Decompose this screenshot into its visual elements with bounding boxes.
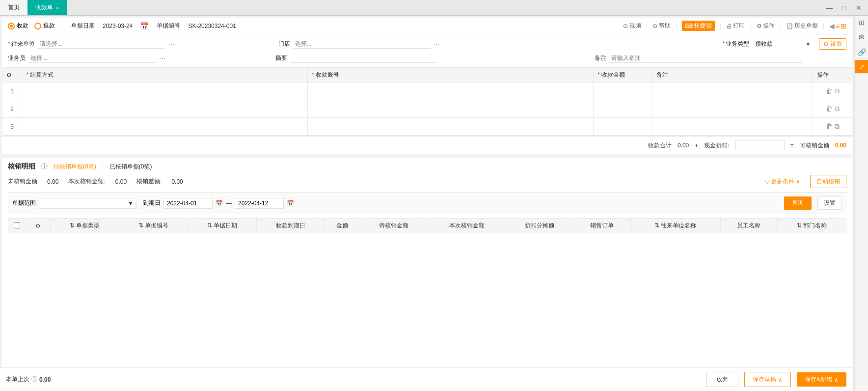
sidebar-table-icon[interactable]: ⊞ <box>855 16 868 29</box>
help-icon: ⊙ <box>652 23 657 29</box>
row-3-account[interactable] <box>308 118 594 136</box>
row-3-amount[interactable] <box>594 118 652 136</box>
summary-label: 摘要 <box>275 54 287 62</box>
th-counterpart-name: ⇅ 往来单位名称 <box>630 219 720 233</box>
shortcut-button[interactable]: ⌨ 快捷键 <box>682 21 715 31</box>
info-help-icon[interactable]: ⓘ <box>31 375 37 384</box>
save-new-dropdown-icon[interactable]: ∧ <box>834 376 839 383</box>
row-3-delete-icon[interactable]: 🗑 <box>826 122 833 131</box>
setting-button[interactable]: ⚙ 设置 <box>819 38 846 50</box>
end-date-input[interactable] <box>235 198 284 209</box>
row-3-copy-icon[interactable]: ⧉ <box>835 122 840 131</box>
row-3-num: 3 <box>2 118 22 136</box>
row-1-note[interactable] <box>652 83 813 100</box>
bottom-settings-button[interactable]: 设置 <box>817 196 842 210</box>
history-label: 历史单据 <box>794 22 818 30</box>
net-value: 0.00 <box>835 142 846 149</box>
tab-home[interactable]: 首页 <box>0 0 27 15</box>
th-checkbox[interactable] <box>8 219 26 233</box>
print-button[interactable]: 🖨 打印 <box>726 22 745 30</box>
tab-close-icon[interactable]: × <box>56 5 59 11</box>
carry-label: 本单上次 <box>6 375 29 384</box>
unverified-value: 0.00 <box>47 178 58 185</box>
row-1-delete-icon[interactable]: 🗑 <box>826 87 833 95</box>
salesman-input[interactable] <box>28 54 156 63</box>
row-2-settle[interactable] <box>22 100 308 118</box>
video-label: 视频 <box>629 22 641 30</box>
note-input[interactable] <box>609 54 802 63</box>
refund-radio[interactable]: 退款 <box>34 22 55 30</box>
range-select[interactable]: ▼ <box>39 198 137 209</box>
th-note: 备注 <box>652 68 813 83</box>
maximize-button[interactable]: □ <box>839 2 849 13</box>
row-1-account[interactable] <box>308 83 594 100</box>
collect-radio[interactable]: 收款 <box>8 22 28 30</box>
sidebar-link-icon[interactable]: 🔗 <box>855 45 868 59</box>
more-conditions-button[interactable]: ▽ 更多条件 ∧ <box>765 177 800 186</box>
layout-prev-icon[interactable]: ◀ <box>829 22 835 30</box>
th-gear[interactable]: ⚙ <box>26 219 51 233</box>
note-label: 备注 <box>595 54 606 62</box>
counterpart-field: 往来单位 ··· <box>8 39 271 49</box>
salesman-more-icon[interactable]: ··· <box>159 55 165 62</box>
end-date-icon[interactable]: 📅 <box>287 200 294 207</box>
start-date-input[interactable] <box>163 198 213 209</box>
row-2-copy-icon[interactable]: ⧉ <box>835 105 840 113</box>
row-1-copy-icon[interactable]: ⧉ <box>835 87 840 95</box>
history-button[interactable]: 📋 历史单据 <box>786 22 818 30</box>
summary-input[interactable] <box>290 54 437 63</box>
row-3-settle[interactable] <box>22 118 308 136</box>
save-new-button[interactable]: 保存&新增 ∧ <box>797 372 846 387</box>
row-2-delete-icon[interactable]: 🗑 <box>826 105 833 113</box>
auto-verify-button[interactable]: 自动核销 <box>810 175 846 188</box>
business-type-dropdown-icon[interactable]: ▼ <box>805 41 811 48</box>
save-draft-dropdown-icon[interactable]: ∧ <box>778 376 783 383</box>
save-draft-button[interactable]: 保存草稿 ∧ <box>744 372 791 387</box>
verified-tab-link[interactable]: 已核销单据(0笔) <box>109 163 152 171</box>
sort-icon-2: ⇅ <box>138 222 143 229</box>
discount-input[interactable] <box>735 140 785 150</box>
close-window-button[interactable]: ✕ <box>853 2 864 13</box>
operations-icon: ⚙ <box>757 23 762 29</box>
sidebar-expand-icon[interactable]: ⤢ <box>855 60 868 74</box>
row-1-amount[interactable] <box>594 83 652 100</box>
row-2-amount[interactable] <box>594 100 652 118</box>
row-3-note[interactable] <box>652 118 813 136</box>
abandon-button[interactable]: 放弃 <box>706 372 738 387</box>
th-settle-method: * 结算方式 <box>22 68 308 83</box>
table-row: 1 🗑 ⧉ <box>2 83 852 100</box>
print-icon: 🖨 <box>726 23 732 29</box>
date-picker-icon[interactable]: 📅 <box>140 22 149 30</box>
sort-icon-4: ⇅ <box>654 222 659 229</box>
select-all-checkbox[interactable] <box>14 222 20 228</box>
operations-button[interactable]: ⚙ 操作 <box>757 22 775 30</box>
row-2-note[interactable] <box>652 100 813 118</box>
store-input[interactable] <box>293 39 431 49</box>
layout-grid-icon[interactable]: ⊞ <box>841 22 846 30</box>
bottom-action-bar: 本单上次 ⓘ 0.00 放弃 保存草稿 ∧ 保存&新增 ∧ <box>0 367 852 391</box>
help-link[interactable]: ⊙ 帮助 <box>652 22 671 30</box>
verification-info-icon[interactable]: ⓘ <box>41 162 48 171</box>
counterpart-more-icon[interactable]: ··· <box>168 40 175 48</box>
query-button[interactable]: 查询 <box>784 196 812 210</box>
minimize-button[interactable]: — <box>824 2 835 13</box>
video-link[interactable]: ⊙ 视频 <box>623 22 641 30</box>
tab-receipts[interactable]: 收款单 × <box>27 0 67 15</box>
help-label: 帮助 <box>659 22 671 30</box>
salesman-field: 业务员 ··· <box>8 54 268 63</box>
business-type-value: 预收款 <box>755 40 773 48</box>
row-1-settle[interactable] <box>22 83 308 100</box>
range-dropdown-icon: ▼ <box>128 200 134 207</box>
store-more-icon[interactable]: ··· <box>434 40 440 48</box>
table-gear-th[interactable]: ⚙ <box>2 68 22 83</box>
th-department: ⇅ 部门名称 <box>777 219 846 233</box>
sidebar-mail-icon[interactable]: ✉ <box>855 30 868 44</box>
row-2-account[interactable] <box>308 100 594 118</box>
layout-list-icon[interactable]: ≡ <box>836 22 840 30</box>
tab-bar-actions: — □ ✕ <box>824 2 868 13</box>
main-container: 收款 退款 单据日期 2023-03-24 📅 单据编号 SK-20230324… <box>2 18 852 387</box>
pending-tab-link[interactable]: 待核销单据(0笔) <box>54 163 96 171</box>
counterpart-input[interactable] <box>38 39 165 49</box>
business-type-label: 业务类型 <box>722 40 749 48</box>
start-date-icon[interactable]: 📅 <box>216 200 223 207</box>
